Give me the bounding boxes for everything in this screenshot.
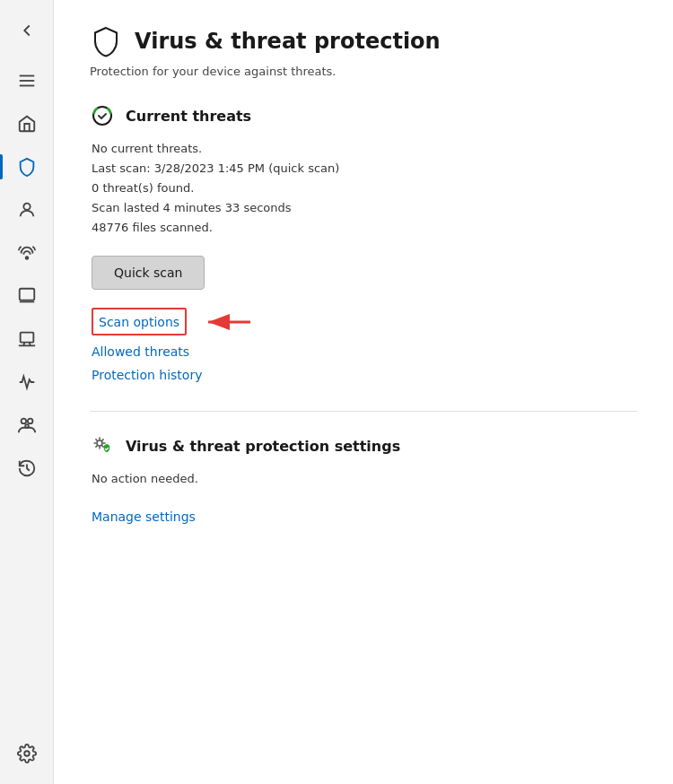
protection-history-button[interactable]: Protection history: [92, 368, 637, 382]
scan-options-button[interactable]: Scan options: [99, 315, 179, 329]
sidebar-item-account[interactable]: [0, 190, 53, 230]
svg-point-3: [23, 204, 30, 210]
settings-section-title: Virus & threat protection settings: [126, 438, 400, 455]
home-icon: [17, 114, 37, 134]
svg-point-7: [21, 419, 25, 424]
svg-point-4: [25, 257, 28, 259]
sidebar-item-firewall[interactable]: [0, 233, 53, 273]
scan-duration: Scan lasted 4 minutes 33 seconds: [92, 198, 637, 218]
shield-active-icon: [17, 157, 37, 177]
sidebar-item-menu[interactable]: [0, 61, 53, 100]
threats-icon: [90, 103, 115, 128]
sidebar-item-family[interactable]: [0, 405, 53, 445]
allowed-threats-button[interactable]: Allowed threats: [92, 344, 637, 359]
arrow-icon: [201, 311, 255, 333]
sidebar-item-device[interactable]: [0, 319, 53, 359]
back-icon: [17, 21, 37, 40]
page-title: Virus & threat protection: [135, 29, 441, 54]
last-scan: Last scan: 3/28/2023 1:45 PM (quick scan…: [92, 159, 637, 179]
app-icon: [17, 286, 37, 306]
svg-point-8: [27, 419, 31, 424]
settings-body: No action needed. Manage settings: [90, 469, 637, 524]
sidebar-item-home[interactable]: [0, 104, 53, 144]
threat-info: No current threats. Last scan: 3/28/2023…: [92, 139, 637, 238]
manage-settings-button[interactable]: Manage settings: [92, 510, 196, 524]
scan-options-wrapper: Scan options: [92, 308, 637, 335]
main-content: Virus & threat protection Protection for…: [54, 0, 673, 784]
account-icon: [17, 200, 37, 220]
current-threats-title: Current threats: [126, 108, 251, 125]
sidebar-item-app[interactable]: [0, 276, 53, 316]
scan-options-highlight: Scan options: [92, 308, 187, 335]
sidebar-bottom: [17, 734, 37, 773]
current-threats-body: No current threats. Last scan: 3/28/2023…: [90, 139, 637, 382]
files-scanned: 48776 files scanned.: [92, 218, 637, 238]
protection-settings-section: Virus & threat protection settings No ac…: [90, 433, 637, 524]
history-icon: [17, 458, 37, 478]
settings-section-icon: [90, 433, 115, 458]
menu-icon: [17, 71, 37, 91]
sidebar-item-history[interactable]: [0, 449, 53, 488]
sidebar-item-settings[interactable]: [17, 734, 37, 773]
page-subtitle: Protection for your device against threa…: [90, 65, 637, 78]
threats-found: 0 threat(s) found.: [92, 179, 637, 198]
section-header-settings: Virus & threat protection settings: [90, 433, 637, 458]
svg-rect-5: [19, 289, 34, 301]
svg-point-10: [24, 751, 30, 756]
section-header-threats: Current threats: [90, 103, 637, 128]
links-section: Scan options A: [92, 308, 637, 382]
svg-point-9: [25, 424, 29, 428]
back-button[interactable]: [0, 11, 53, 50]
section-divider: [90, 411, 637, 412]
current-threats-section: Current threats No current threats. Last…: [90, 103, 637, 382]
sidebar-item-performance[interactable]: [0, 362, 53, 402]
threat-status: No current threats.: [92, 139, 637, 159]
arrow-indicator: [201, 311, 255, 333]
settings-icon: [17, 744, 37, 763]
sidebar-nav: [0, 11, 53, 488]
sidebar-item-shield[interactable]: [0, 147, 53, 187]
svg-rect-6: [20, 333, 33, 343]
sidebar: [0, 0, 54, 784]
page-header: Virus & threat protection: [90, 25, 637, 57]
family-icon: [17, 415, 37, 435]
settings-status: No action needed.: [92, 469, 637, 489]
firewall-icon: [17, 243, 37, 263]
page-header-icon: [90, 25, 122, 57]
device-icon: [17, 329, 37, 349]
performance-icon: [17, 372, 37, 392]
svg-point-14: [97, 440, 102, 446]
quick-scan-button[interactable]: Quick scan: [92, 256, 205, 290]
